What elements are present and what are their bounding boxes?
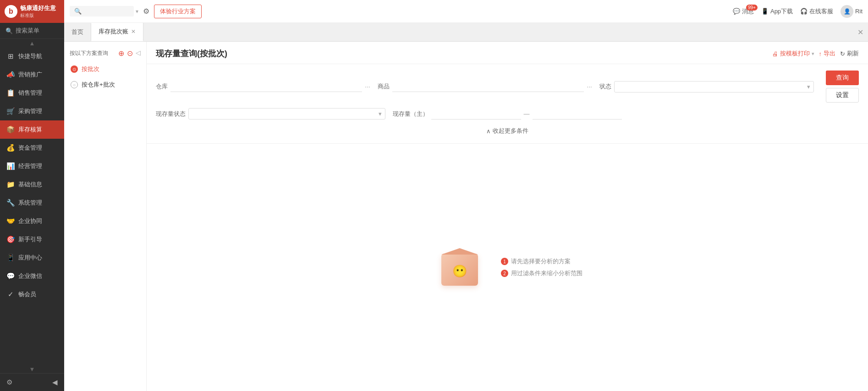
topbar-search-icon: 🔍 [74, 8, 82, 15]
topbar-search-dropdown-icon[interactable]: ▾ [136, 8, 138, 15]
stock-quantity-label: 现存量（主） [393, 110, 429, 118]
scheme-item-by-batch[interactable]: ⊙ 按批次 [64, 61, 146, 77]
empty-illustration: 😶 [432, 244, 487, 290]
sidebar-item-marketing[interactable]: 📣 营销推广 [0, 65, 64, 84]
sidebar-item-inventory[interactable]: 📦 库存核算 [0, 120, 64, 139]
tab-inventory-batch[interactable]: 库存批次账 ✕ [91, 23, 143, 41]
page-header: 现存量查询(按批次) 🖨 按模板打印 ▾ ↑ 导出 ↻ 刷新 [147, 42, 868, 64]
status-select[interactable] [614, 81, 814, 92]
online-service-icon: 🎧 [800, 8, 808, 15]
product-more-icon[interactable]: ··· [587, 83, 592, 90]
sidebar-nav: ⊞ 快捷导航 📣 营销推广 📋 销售管理 🛒 采购管理 📦 库存核算 💰 资金管… [0, 47, 64, 365]
topbar-gear-icon[interactable]: ⚙ [143, 7, 149, 16]
print-button[interactable]: 🖨 按模板打印 ▾ [772, 49, 814, 58]
empty-box-icon: 😶 [441, 254, 478, 286]
settings-footer-icon[interactable]: ⚙ [6, 378, 12, 386]
filter-settings-button[interactable]: 设置 [826, 88, 859, 103]
message-icon: 💬 [733, 8, 740, 15]
collapse-more-icon: ∧ [486, 128, 491, 135]
operations-icon: 📊 [6, 162, 15, 170]
enterprise-icon: 🤝 [6, 217, 15, 225]
warehouse-more-icon[interactable]: ··· [365, 83, 370, 90]
app-download-item[interactable]: 📱 App下载 [761, 7, 793, 16]
tab-home[interactable]: 首页 [64, 23, 91, 41]
stock-quantity-min-input[interactable] [431, 109, 521, 119]
scheme-item-by-warehouse-batch[interactable]: ○ 按仓库+批次 [64, 77, 146, 92]
empty-tip-2: 2 用过滤条件来缩小分析范围 [501, 269, 582, 277]
member-icon: ✓ [6, 290, 15, 299]
sidebar-item-member[interactable]: ✓ 畅会员 [0, 285, 64, 304]
collapse-left-panel-icon[interactable]: ◁ [136, 49, 141, 58]
warehouse-input[interactable] [170, 81, 362, 92]
basic-icon: 📁 [6, 180, 15, 189]
sidebar-scroll-down[interactable]: ▼ [0, 365, 64, 373]
sidebar-scroll-up[interactable]: ▲ [0, 39, 64, 47]
print-dropdown-icon[interactable]: ▾ [812, 51, 814, 57]
sidebar-item-wechat[interactable]: 💬 企业微信 [0, 267, 64, 285]
stock-status-select-wrapper: ▾ [188, 108, 385, 119]
export-button[interactable]: ↑ 导出 [819, 49, 836, 58]
refresh-icon: ↻ [840, 50, 845, 57]
tabs-bar: 首页 库存批次账 ✕ ✕ [64, 23, 868, 42]
sidebar-item-purchase[interactable]: 🛒 采购管理 [0, 102, 64, 120]
sidebar-item-operations[interactable]: 📊 经营管理 [0, 157, 64, 175]
sidebar-item-basic[interactable]: 📁 基础信息 [0, 175, 64, 194]
right-main: 现存量查询(按批次) 🖨 按模板打印 ▾ ↑ 导出 ↻ 刷新 [147, 42, 868, 391]
topbar-right-actions: 💬 消息 99+ 📱 App下载 🎧 在线客服 👤 Rit [733, 5, 863, 18]
purchase-icon: 🛒 [6, 107, 15, 115]
user-profile[interactable]: 👤 Rit [841, 5, 863, 18]
sidebar-item-guide[interactable]: 🎯 新手引导 [0, 230, 64, 249]
stock-status-select[interactable] [188, 108, 385, 119]
sidebar-search-item[interactable]: 🔍 搜索菜单 [0, 23, 64, 39]
topbar-search-input[interactable] [84, 8, 121, 15]
message-item[interactable]: 💬 消息 99+ [733, 7, 754, 16]
stock-status-label: 现存量状态 [156, 110, 186, 118]
online-service-item[interactable]: 🎧 在线客服 [800, 7, 833, 16]
sidebar-item-quick-nav[interactable]: ⊞ 快捷导航 [0, 47, 64, 65]
marketing-icon: 📣 [6, 71, 15, 79]
left-panel: 按以下方案查询 ⊕ ⊙ ◁ ⊙ 按批次 ○ 按仓库+批次 [64, 42, 147, 391]
query-button[interactable]: 查询 [826, 71, 859, 85]
experience-button[interactable]: 体验行业方案 [154, 5, 202, 18]
filter-stock-quantity: 现存量（主） — [393, 109, 622, 119]
empty-tip-1: 1 请先选择要分析的方案 [501, 257, 582, 266]
filter-stock-status: 现存量状态 ▾ [156, 108, 385, 119]
wechat-icon: 💬 [6, 272, 15, 280]
apps-icon: 📱 [6, 254, 15, 262]
collapse-more-button[interactable]: ∧ 收起更多条件 [156, 125, 859, 137]
inactive-scheme-indicator: ○ [71, 81, 78, 88]
tab-close-icon[interactable]: ✕ [131, 28, 136, 35]
sidebar-item-sales[interactable]: 📋 销售管理 [0, 84, 64, 102]
sidebar-item-finance[interactable]: 💰 资金管理 [0, 139, 64, 157]
topbar-search-bar[interactable]: 🔍 [70, 6, 134, 16]
tabs-close-all-button[interactable]: ✕ [857, 28, 863, 37]
sidebar-item-enterprise[interactable]: 🤝 企业协同 [0, 212, 64, 230]
status-select-wrapper: ▾ [614, 81, 814, 92]
quick-nav-icon: ⊞ [6, 52, 15, 60]
product-input[interactable] [392, 81, 584, 92]
filter-warehouse: 仓库 ··· [156, 81, 370, 92]
user-name: Rit [855, 8, 863, 15]
sidebar-item-system[interactable]: 🔧 系统管理 [0, 194, 64, 212]
sidebar-item-apps[interactable]: 📱 应用中心 [0, 249, 64, 267]
page-header-actions: 🖨 按模板打印 ▾ ↑ 导出 ↻ 刷新 [772, 49, 859, 58]
refresh-button[interactable]: ↻ 刷新 [840, 49, 859, 58]
empty-face-icon: 😶 [452, 264, 467, 278]
main-area: 🔍 ▾ ⚙ 体验行业方案 💬 消息 99+ 📱 App下载 🎧 在线客服 👤 R [64, 0, 868, 391]
sales-icon: 📋 [6, 89, 15, 97]
empty-state: 😶 1 请先选择要分析的方案 2 用过滤条件来缩小分析范围 [147, 144, 868, 391]
stock-quantity-max-input[interactable] [533, 109, 622, 119]
filter-area: 仓库 ··· 商品 ··· 状态 [147, 64, 868, 144]
add-scheme-icon[interactable]: ⊕ [118, 49, 124, 58]
print-icon: 🖨 [772, 50, 778, 57]
quantity-range-dash: — [524, 110, 530, 117]
guide-icon: 🎯 [6, 235, 15, 244]
empty-tips: 1 请先选择要分析的方案 2 用过滤条件来缩小分析范围 [501, 257, 582, 277]
filter-row-1: 仓库 ··· 商品 ··· 状态 [156, 71, 859, 103]
query-btn-group: 查询 设置 [826, 71, 859, 103]
status-label: 状态 [599, 82, 611, 91]
sidebar-brand: 畅康通好生意 标准版 [20, 5, 56, 18]
scheme-settings-icon[interactable]: ⊙ [127, 49, 133, 58]
collapse-sidebar-icon[interactable]: ◀ [52, 378, 58, 386]
page-title: 现存量查询(按批次) [156, 48, 227, 59]
